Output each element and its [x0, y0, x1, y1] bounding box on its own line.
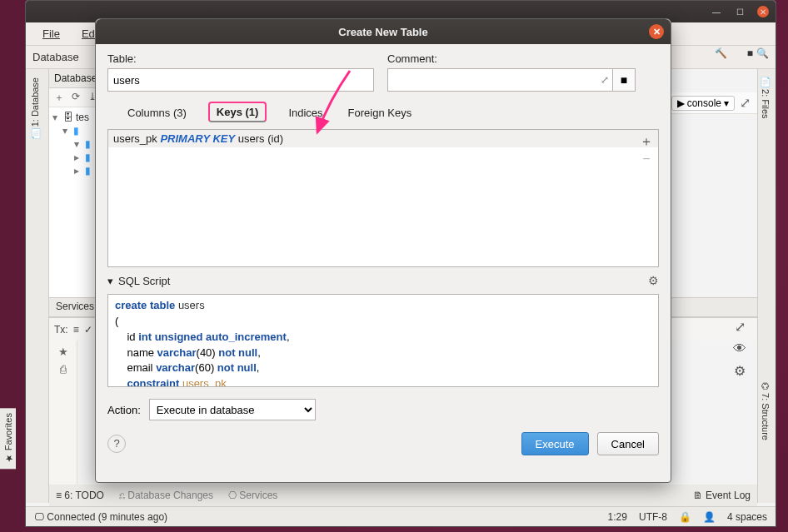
action-row: Action: Execute in database: [107, 394, 659, 420]
table-name-input[interactable]: [107, 68, 374, 92]
refresh-icon[interactable]: ⟳: [69, 91, 82, 104]
build-icon[interactable]: 🔨: [715, 47, 727, 59]
remove-key-button[interactable]: −: [638, 152, 655, 168]
sql-script-header[interactable]: ▾ SQL Script ⚙: [107, 274, 659, 287]
ide-toolbar-right: 🔨 ■ 🔍: [715, 47, 769, 59]
action-label: Action:: [107, 404, 141, 416]
status-encoding[interactable]: UTF-8: [639, 511, 667, 523]
thumb-icon[interactable]: ⎙: [60, 363, 67, 375]
maximize-icon[interactable]: ☐: [734, 6, 746, 17]
left-tab-database[interactable]: 📄 1: Database: [26, 69, 43, 148]
inspect-icon[interactable]: 👤: [703, 511, 716, 523]
sql-script-editor[interactable]: create table users ( id int unsigned aut…: [107, 294, 659, 387]
lock-icon[interactable]: 🔒: [679, 511, 691, 523]
tx-mode[interactable]: ≡: [73, 324, 79, 336]
cancel-button[interactable]: Cancel: [597, 432, 659, 455]
search-icon[interactable]: 🔍: [756, 47, 769, 59]
collapse-icon[interactable]: ⤢: [740, 95, 751, 111]
gear-icon[interactable]: ⚙: [648, 274, 659, 287]
expand-icon[interactable]: ⤢: [601, 74, 609, 86]
tx-commit-icon[interactable]: ✓: [84, 324, 92, 336]
comment-input[interactable]: [387, 68, 619, 92]
keys-list[interactable]: users_pk PRIMARY KEY users (id) ＋ −: [107, 129, 659, 267]
expand-icon[interactable]: ⤢: [735, 319, 746, 335]
tab-services[interactable]: ⎔ Services: [228, 490, 277, 501]
console-selector[interactable]: ▶ console ▾: [671, 96, 735, 111]
add-icon[interactable]: ＋: [52, 91, 66, 104]
close-icon[interactable]: ✕: [757, 6, 769, 17]
chevron-down-icon: ▾: [107, 275, 113, 287]
eye-icon[interactable]: 👁: [733, 341, 746, 356]
right-tool-strip: 📄 2: Files ⌬ 7: Structure: [757, 69, 776, 503]
action-select[interactable]: Execute in database: [149, 399, 316, 420]
menu-file[interactable]: File: [32, 26, 70, 42]
left-tab-favorites[interactable]: ★ Favorites: [0, 408, 16, 469]
tx-label: Tx:: [54, 324, 68, 336]
tab-columns[interactable]: Columns (3): [124, 103, 190, 122]
table-label: Table:: [107, 52, 374, 65]
status-indent[interactable]: 4 spaces: [727, 511, 767, 523]
comment-button[interactable]: ■: [612, 68, 636, 92]
dialog-close-button[interactable]: ✕: [649, 24, 664, 39]
gear-icon[interactable]: ⚙: [734, 363, 746, 379]
editor-side-icons: ⤢ 👁 ⚙: [722, 319, 757, 379]
help-button[interactable]: ?: [107, 435, 126, 453]
right-tab-structure[interactable]: ⌬ 7: Structure: [758, 375, 774, 447]
minimize-icon[interactable]: —: [711, 6, 722, 17]
tab-todo[interactable]: ≡ 6: TODO: [56, 490, 104, 501]
dialog-title: Create New Table: [338, 26, 427, 38]
ide-statusbar: 🖵 Connected (9 minutes ago) 1:29 UTF-8 🔒…: [26, 506, 776, 526]
execute-button[interactable]: Execute: [521, 432, 589, 455]
status-line: 1:29: [608, 511, 627, 523]
dialog-tabs: Columns (3) Keys (1) Indices Foreign Key…: [107, 98, 659, 122]
stop-icon[interactable]: ■: [747, 47, 753, 59]
tab-foreign-keys[interactable]: Foreign Keys: [345, 103, 416, 122]
dialog-footer: ? Execute Cancel: [107, 427, 659, 455]
bookmark-icon[interactable]: ★: [58, 346, 68, 358]
tab-keys[interactable]: Keys (1): [208, 102, 267, 122]
key-row[interactable]: users_pk PRIMARY KEY users (id): [108, 130, 658, 147]
add-key-button[interactable]: ＋: [638, 133, 655, 150]
left-tool-strip: 📄 1: Database: [26, 69, 49, 503]
create-table-dialog: Create New Table ✕ Table: Comment: ⤢ ■ C…: [95, 18, 671, 483]
status-connection: 🖵 Connected (9 minutes ago): [34, 511, 167, 523]
tab-event-log[interactable]: 🗎 Event Log: [693, 490, 751, 501]
comment-label: Comment:: [387, 52, 636, 65]
tab-indices[interactable]: Indices: [285, 103, 326, 122]
dialog-titlebar: Create New Table ✕: [96, 19, 671, 44]
right-tab-files[interactable]: 📄 2: Files: [758, 69, 774, 126]
bottom-tool-tabs: ≡ 6: TODO ⎌ Database Changes ⎔ Services …: [49, 485, 757, 506]
tab-db-changes[interactable]: ⎌ Database Changes: [119, 490, 213, 501]
